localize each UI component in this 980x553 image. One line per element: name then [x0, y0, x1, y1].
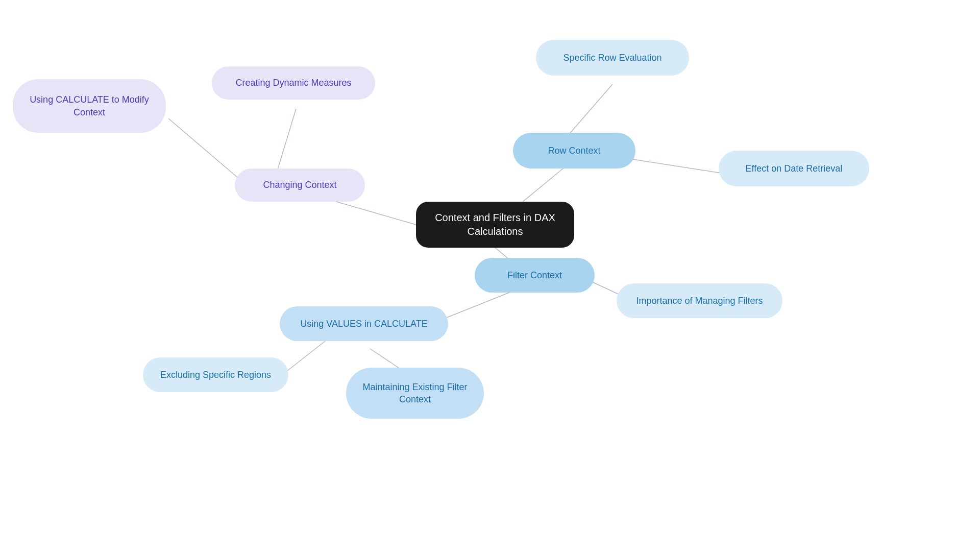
- using-calculate-node[interactable]: Using CALCULATE to Modify Context: [13, 79, 166, 133]
- excluding-regions-node[interactable]: Excluding Specific Regions: [143, 357, 288, 392]
- changing-context-node[interactable]: Changing Context: [235, 169, 365, 202]
- maintaining-filter-label: Maintaining Existing Filter Context: [358, 381, 472, 406]
- center-node[interactable]: Context and Filters in DAX Calculations: [416, 202, 574, 248]
- svg-line-5: [633, 159, 725, 174]
- filter-context-label: Filter Context: [507, 269, 562, 281]
- excluding-regions-label: Excluding Specific Regions: [160, 369, 271, 381]
- using-calculate-label: Using CALCULATE to Modify Context: [25, 93, 154, 118]
- maintaining-filter-node[interactable]: Maintaining Existing Filter Context: [346, 368, 484, 419]
- using-values-node[interactable]: Using VALUES in CALCULATE: [280, 306, 448, 341]
- row-context-label: Row Context: [548, 145, 600, 157]
- filter-context-node[interactable]: Filter Context: [475, 258, 595, 293]
- specific-row-label: Specific Row Evaluation: [563, 52, 662, 64]
- importance-managing-label: Importance of Managing Filters: [636, 295, 763, 307]
- importance-managing-node[interactable]: Importance of Managing Filters: [617, 283, 782, 318]
- svg-line-2: [276, 109, 296, 176]
- effect-date-node[interactable]: Effect on Date Retrieval: [719, 151, 869, 186]
- using-values-label: Using VALUES in CALCULATE: [300, 318, 427, 330]
- changing-context-label: Changing Context: [263, 179, 336, 191]
- row-context-node[interactable]: Row Context: [513, 133, 635, 169]
- effect-date-label: Effect on Date Retrieval: [746, 162, 843, 175]
- creating-dynamic-label: Creating Dynamic Measures: [235, 77, 351, 89]
- svg-line-1: [168, 118, 245, 184]
- specific-row-node[interactable]: Specific Row Evaluation: [536, 40, 689, 76]
- center-node-label: Context and Filters in DAX Calculations: [428, 211, 562, 238]
- creating-dynamic-node[interactable]: Creating Dynamic Measures: [212, 66, 375, 100]
